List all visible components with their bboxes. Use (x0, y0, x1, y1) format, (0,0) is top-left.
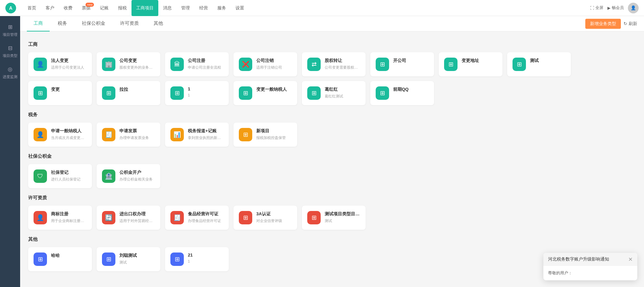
card-icon: 📊 (170, 128, 184, 141)
card-icon: ⊞ (170, 86, 184, 100)
card-1[interactable]: ⊞11 (165, 81, 229, 105)
card-desc: 办理食品经营许可证 (188, 218, 223, 223)
nav-item-记账[interactable]: 记账 (95, 0, 113, 16)
sidebar-item-项目管理[interactable]: ⊞ 项目管理 (0, 19, 20, 41)
card-desc: 适用于对外贸易经营者 (119, 218, 155, 223)
nav-item-经营[interactable]: 经营 (195, 0, 213, 16)
card-desc: 进行人员社保登记 (51, 177, 87, 182)
nav-item-服务[interactable]: 服务 (213, 0, 231, 16)
refresh-button[interactable]: ↻ 刷新 (624, 21, 637, 27)
card-icon: ⊞ (376, 58, 389, 71)
card-title: 法人变更 (51, 58, 87, 64)
sub-tab-其他[interactable]: 其他 (147, 16, 170, 31)
nav-item-报税[interactable]: 报税 (113, 0, 131, 16)
card-刘聪测试[interactable]: ⊞刘聪测试测试 (97, 247, 160, 271)
card-icon: ⊞ (34, 86, 47, 100)
card-开公司[interactable]: ⊞开公司 (370, 52, 434, 76)
card-title: 公司注销 (256, 58, 292, 64)
card-申请发票[interactable]: 🧾申请发票办理申请发票业务 (97, 123, 160, 147)
card-社保登记[interactable]: 🛡社保登记进行人员社保登记 (28, 164, 92, 188)
card-进出口权办理[interactable]: 🔄进出口权办理适用于对外贸易经营者 (97, 206, 160, 230)
nav-item-票据[interactable]: 票据new (77, 0, 95, 16)
card-哈哈[interactable]: ⊞哈哈 (28, 247, 92, 271)
sidebar-item-进度监测[interactable]: ◎ 进度监测 (0, 62, 20, 83)
card-title: 测试项目类型目定义 (325, 211, 360, 217)
card-新项目[interactable]: ⊞新项目报税加税控盘保管 (233, 123, 297, 147)
section-title-税务: 税务 (28, 112, 636, 118)
cards-grid-工商: 👤法人变更适用于公司变更法人🏢公司变更股权变更外的业务变更🏛公司注册申请公司注册… (28, 52, 636, 105)
card-法人变更[interactable]: 👤法人变更适用于公司变更法人 (28, 52, 92, 76)
sub-tab-税务[interactable]: 税务 (51, 16, 74, 31)
card-desc: 办理申请发票业务 (119, 135, 155, 140)
card-desc: 对企业信誉评级 (256, 218, 292, 223)
card-icon: ⊞ (239, 128, 252, 141)
card-食品经营许可证[interactable]: 🧾食品经营许可证办理食品经营许可证 (165, 206, 229, 230)
card-title: 新项目 (256, 128, 292, 134)
cards-grid-税务: 👤申请一般纳税人当月或次月成变更完成🧾申请发票办理申请发票业务📊税务报道+记账拿… (28, 123, 636, 147)
cards-grid-社保公积金: 🛡社保登记进行人员社保登记🏦公积金开户办理公积金相关业务 (28, 164, 636, 188)
card-title: 申请发票 (119, 128, 155, 134)
card-icon: 🧾 (170, 211, 184, 224)
vip-btn[interactable]: ▶ 畅会员 (607, 5, 624, 11)
nav-item-工商项目[interactable]: 工商项目 (131, 0, 158, 16)
nav-item-客户[interactable]: 客户 (41, 0, 59, 16)
card-icon: ⊞ (102, 253, 115, 266)
card-公司变更[interactable]: 🏢公司变更股权变更外的业务变更 (97, 52, 160, 76)
card-3A认证[interactable]: ⊞3A认证对企业信誉评级 (233, 206, 297, 230)
card-葛红红[interactable]: ⊞葛红红葛红红测试 (302, 81, 366, 105)
card-desc: 公司变更需要股权转让 (325, 65, 360, 70)
card-测试项目类型目定义[interactable]: ⊞测试项目类型目定义测试 (302, 206, 366, 230)
card-公司注销[interactable]: ❌公司注销适用于注销公司 (233, 52, 297, 76)
notif-header: 河北税务数字账户升级影响通知 ✕ (543, 253, 637, 266)
card-title: 葛红红 (325, 86, 360, 92)
card-title: 前期QQ (393, 86, 429, 92)
card-前期QQ[interactable]: ⊞前期QQ (370, 81, 434, 105)
nav-item-消息[interactable]: 消息 (158, 0, 176, 16)
fullscreen-btn[interactable]: ⛶ 全屏 (590, 5, 603, 11)
card-变更[interactable]: ⊞变更 (28, 81, 92, 105)
sidebar-item-项目类型[interactable]: ⊟ 项目类型 (0, 41, 20, 62)
nav-item-设置[interactable]: 设置 (231, 0, 249, 16)
main-content: 工商税务社保公积金许可资质其他 新增业务类型 ↻ 刷新 工商👤法人变更适用于公司… (20, 16, 644, 287)
sub-tab-许可资质[interactable]: 许可资质 (113, 16, 146, 31)
nav-item-收费[interactable]: 收费 (59, 0, 77, 16)
card-desc: 当月或次月成变更完成 (51, 135, 87, 140)
sub-tab-社保公积金[interactable]: 社保公积金 (75, 16, 112, 31)
card-icon: ⊞ (444, 58, 458, 71)
nav-item-首页[interactable]: 首页 (23, 0, 41, 16)
card-icon: ⇄ (307, 58, 321, 71)
card-测试[interactable]: ⊞测试 (507, 52, 571, 76)
card-变更一般纳税人[interactable]: ⊞变更一般纳税人 (233, 81, 297, 105)
nav-item-管理[interactable]: 管理 (176, 0, 195, 16)
card-title: 股权转让 (325, 58, 360, 64)
card-title: 刘聪测试 (119, 253, 155, 259)
section-title-许可资质: 许可资质 (28, 195, 636, 201)
sub-tab-工商[interactable]: 工商 (27, 16, 50, 31)
card-公司注册[interactable]: 🏛公司注册申请公司注册全流程 (165, 52, 229, 76)
card-税务报道+记账[interactable]: 📊税务报道+记账拿到营业执照的新公司 (165, 123, 229, 147)
card-desc: 测试 (119, 260, 155, 265)
card-title: 公积金开户 (119, 169, 155, 175)
sidebar-icon: ⊟ (6, 44, 14, 52)
card-title: 3A认证 (256, 211, 292, 217)
content-area: 工商👤法人变更适用于公司变更法人🏢公司变更股权变更外的业务变更🏛公司注册申请公司… (20, 31, 644, 285)
card-股权转让[interactable]: ⇄股权转让公司变更需要股权转让 (302, 52, 366, 76)
card-icon: ⊞ (102, 86, 115, 100)
new-type-button[interactable]: 新增业务类型 (585, 19, 621, 29)
notification-popup: 河北税务数字账户升级影响通知 ✕ 尊敬的用户： (543, 253, 637, 280)
card-title: 变更一般纳税人 (256, 86, 292, 92)
card-申请一般纳税人[interactable]: 👤申请一般纳税人当月或次月成变更完成 (28, 123, 92, 147)
card-title: 拉拉 (119, 86, 155, 92)
card-商标注册[interactable]: 👤商标注册用于企业商标注册服务 (28, 206, 92, 230)
sub-tabs: 工商税务社保公积金许可资质其他 新增业务类型 ↻ 刷新 (20, 16, 644, 31)
card-icon: 👤 (34, 211, 47, 224)
notif-close-button[interactable]: ✕ (628, 256, 633, 263)
card-公积金开户[interactable]: 🏦公积金开户办理公积金相关业务 (97, 164, 160, 188)
card-title: 变更地址 (462, 58, 497, 64)
card-拉拉[interactable]: ⊞拉拉 (97, 81, 160, 105)
card-desc: 拿到营业执照的新公司 (188, 135, 223, 140)
card-变更地址[interactable]: ⊞变更地址 (439, 52, 502, 76)
user-avatar[interactable]: 👤 (628, 3, 639, 13)
card-21[interactable]: ⊞211 (165, 247, 229, 271)
card-icon: 🛡 (34, 169, 47, 183)
